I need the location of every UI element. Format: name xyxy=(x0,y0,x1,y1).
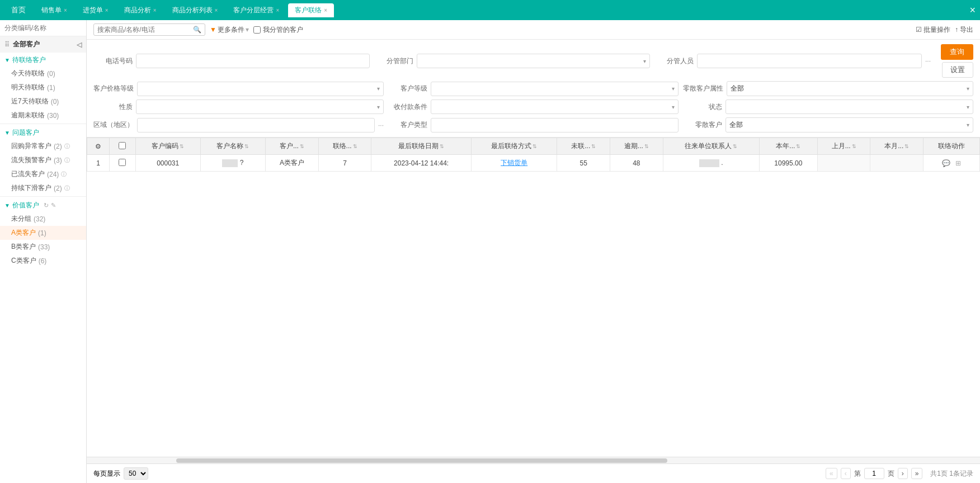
region-select[interactable] xyxy=(137,118,375,132)
sidebar-item-class-b[interactable]: B类客户 (33) xyxy=(0,240,86,254)
retail-customer-select[interactable]: 全部 ▾ xyxy=(725,117,973,132)
sidebar-item-class-a[interactable]: A类客户 (1) xyxy=(0,226,86,240)
sidebar-value-group[interactable]: ▼ 价值客户 ↻ ✎ xyxy=(0,198,86,212)
th-last-date[interactable]: 最后联络日期⇅ xyxy=(371,138,472,155)
page-input[interactable] xyxy=(864,468,884,479)
phone-input[interactable] xyxy=(136,54,370,68)
status-select[interactable]: ▾ xyxy=(725,100,973,114)
person-dots[interactable]: ··· xyxy=(925,57,931,65)
sidebar-item-churned[interactable]: 已流失客户 (24) ⓘ xyxy=(0,167,86,181)
sidebar-problem-group[interactable]: ▼ 问题客户 xyxy=(0,125,86,139)
customer-level-select[interactable]: ▾ xyxy=(431,82,679,96)
row-checkbox[interactable] xyxy=(119,159,126,166)
th-code[interactable]: 客户编码⇅ xyxy=(135,138,200,155)
nav-tab-customer-segment[interactable]: 客户分层经营 × xyxy=(227,3,286,17)
filter-search-input[interactable] xyxy=(97,26,191,34)
customer-type-input[interactable] xyxy=(431,118,679,132)
last-method-link[interactable]: 下销货单 xyxy=(501,159,527,167)
my-customers-checkbox[interactable]: 我分管的客户 xyxy=(253,25,303,35)
sidebar-pending-group[interactable]: ▼ 待联络客户 xyxy=(0,53,86,67)
nav-tab-analysis-list[interactable]: 商品分析列表 × xyxy=(166,3,225,17)
value-arrow: ▼ xyxy=(4,202,10,209)
th-overdue[interactable]: 逾期...⇅ xyxy=(610,138,663,155)
close-tab-customer-contact[interactable]: × xyxy=(324,7,327,13)
filter-dept: 分管部门 ▾ xyxy=(374,54,651,68)
sidebar-all-customers[interactable]: ⠿ 全部客户 ◁ xyxy=(0,36,86,53)
payment-arrow: ▾ xyxy=(672,104,675,110)
filter-more-btn[interactable]: ▼ 更多条件 ▾ xyxy=(210,25,249,35)
cell-last-method[interactable]: 下销货单 xyxy=(471,155,557,172)
nav-tab-analysis[interactable]: 商品分析 × xyxy=(117,3,163,17)
th-contact[interactable]: 联络...⇅ xyxy=(318,138,371,155)
gear-icon: ⚙ xyxy=(95,143,101,150)
last-page-btn[interactable]: » xyxy=(911,468,923,479)
dept-select[interactable]: ▾ xyxy=(417,54,651,68)
filter-customer-level: 客户等级 ▾ xyxy=(388,82,679,96)
my-customers-check[interactable] xyxy=(253,26,261,34)
close-tab-analysis[interactable]: × xyxy=(153,7,157,13)
sidebar-search-input[interactable] xyxy=(4,24,87,32)
sidebar-item-today[interactable]: 今天待联络 (0) xyxy=(0,67,86,80)
sidebar-item-declining[interactable]: 持续下滑客户 (2) ⓘ xyxy=(0,181,86,195)
price-level-label: 客户价格等级 xyxy=(93,84,134,93)
close-tab-customer-segment[interactable]: × xyxy=(276,7,279,13)
th-settings[interactable]: ⚙ xyxy=(87,138,110,155)
close-tab-sales[interactable]: × xyxy=(64,7,67,13)
th-this-year[interactable]: 本年...⇅ xyxy=(759,138,817,155)
payment-select[interactable]: ▾ xyxy=(431,100,679,114)
select-all-checkbox[interactable] xyxy=(119,142,126,149)
sidebar-item-repurchase-abnormal[interactable]: 回购异常客户 (2) ⓘ xyxy=(0,139,86,153)
sidebar-item-unclassified[interactable]: 未分组 (32) xyxy=(0,212,86,226)
batch-op-btn[interactable]: ☑ 批量操作 xyxy=(916,25,950,35)
scroll-thumb[interactable] xyxy=(176,458,667,463)
sort-name: ⇅ xyxy=(244,144,249,149)
cell-this-month xyxy=(870,155,924,172)
scroll-bar-area[interactable] xyxy=(87,457,980,463)
cell-checkbox[interactable] xyxy=(110,155,136,172)
th-checkbox[interactable] xyxy=(110,138,136,155)
chat-icon[interactable]: 💬 xyxy=(942,159,950,167)
close-tab-purchase[interactable]: × xyxy=(105,7,109,13)
sidebar-item-overdue[interactable]: 逾期未联络 (30) xyxy=(0,108,86,122)
sort-overdue: ⇅ xyxy=(644,144,649,149)
th-no-contact[interactable]: 未联...⇅ xyxy=(557,138,610,155)
close-tab-analysis-list[interactable]: × xyxy=(215,7,218,13)
filter-price-level: 客户价格等级 ▾ xyxy=(93,82,384,96)
nav-tab-customer-contact[interactable]: 客户联络 × xyxy=(288,3,334,17)
region-dots[interactable]: ··· xyxy=(378,121,384,129)
sidebar-item-class-c[interactable]: C类客户 (6) xyxy=(0,254,86,268)
setup-button[interactable]: 设置 xyxy=(942,62,973,78)
sidebar-item-tomorrow[interactable]: 明天待联络 (1) xyxy=(0,80,86,94)
th-contact-person[interactable]: 往来单位联系人⇅ xyxy=(663,138,759,155)
grid-icon[interactable]: ⊞ xyxy=(955,159,961,167)
retail-attr-select[interactable]: 全部 ▾ xyxy=(727,81,973,96)
dept-label: 分管部门 xyxy=(374,56,413,66)
next-page-btn[interactable]: › xyxy=(898,468,908,479)
prev-page-btn[interactable]: ‹ xyxy=(841,468,851,479)
close-all-icon[interactable]: × xyxy=(969,4,976,16)
nav-tab-sales[interactable]: 销售单 × xyxy=(35,3,74,17)
sidebar-collapse-icon[interactable]: ◁ xyxy=(77,41,82,49)
top-nav: 首页 销售单 × 进货单 × 商品分析 × 商品分析列表 × 客户分层经营 × … xyxy=(0,0,980,20)
nav-tab-purchase[interactable]: 进货单 × xyxy=(76,3,115,17)
sidebar-item-churn-warning[interactable]: 流失预警客户 (3) ⓘ xyxy=(0,153,86,167)
query-button[interactable]: 查询 xyxy=(941,44,973,60)
nav-home[interactable]: 首页 xyxy=(4,3,32,17)
refresh-icon[interactable]: ↻ xyxy=(44,202,49,209)
person-select[interactable] xyxy=(697,54,922,68)
nature-select[interactable]: ▾ xyxy=(136,100,384,114)
th-name[interactable]: 客户名称⇅ xyxy=(200,138,265,155)
export-btn[interactable]: ↑ 导出 xyxy=(955,25,973,35)
filter-search-icon[interactable]: 🔍 xyxy=(193,26,201,34)
page-size-select[interactable]: 50 xyxy=(124,467,148,480)
payment-label: 收付款条件 xyxy=(388,102,427,112)
th-last-method[interactable]: 最后联络方式⇅ xyxy=(471,138,557,155)
th-type[interactable]: 客户...⇅ xyxy=(266,138,319,155)
edit-icon[interactable]: ✎ xyxy=(51,202,56,209)
sidebar-item-7days[interactable]: 近7天待联络 (0) xyxy=(0,94,86,108)
th-last-month[interactable]: 上月...⇅ xyxy=(817,138,870,155)
th-this-month[interactable]: 本月...⇅ xyxy=(870,138,924,155)
name-mask xyxy=(222,159,238,167)
first-page-btn[interactable]: « xyxy=(826,468,837,479)
price-level-select[interactable]: ▾ xyxy=(137,82,384,96)
